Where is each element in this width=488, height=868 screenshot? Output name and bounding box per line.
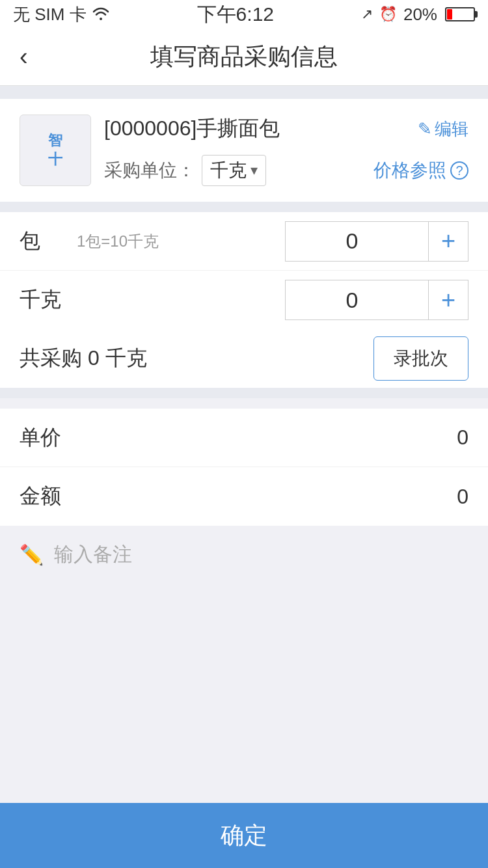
location-icon: ↗ [361, 6, 373, 23]
content-spacer [0, 584, 488, 803]
unit-price-value: 0 [457, 426, 468, 450]
battery-icon [445, 7, 475, 21]
pack-input-control: + [285, 221, 468, 262]
note-section[interactable]: ✏️ 输入备注 [0, 526, 488, 584]
note-placeholder: 输入备注 [54, 541, 132, 568]
page-title: 填写商品采购信息 [150, 41, 338, 73]
unit-dropdown-arrow: ▾ [251, 162, 258, 179]
section-divider-1 [0, 202, 488, 212]
record-batch-button[interactable]: 录批次 [373, 336, 468, 381]
status-left: 无 SIM 卡 [13, 3, 110, 26]
kg-label: 千克 [20, 286, 72, 314]
pack-unit: 1包=10千克 [77, 231, 285, 252]
input-section: 包 1包=10千克 + 千克 + [0, 212, 488, 329]
status-right: ↗ ⏰ 20% [361, 5, 475, 25]
logo-line1: 智 [48, 131, 62, 150]
edit-button[interactable]: ✎ 编辑 [418, 118, 468, 141]
amount-value: 0 [457, 485, 468, 509]
status-time: 下午6:12 [197, 1, 274, 28]
alarm-icon: ⏰ [379, 6, 397, 23]
back-button[interactable]: ‹ [20, 43, 28, 71]
pencil-icon: ✏️ [20, 543, 44, 566]
product-unit-row: 采购单位： 千克 ▾ 价格参照 ? [104, 155, 468, 186]
product-name-row: [0000006]手撕面包 ✎ 编辑 [104, 115, 468, 143]
kg-number-input[interactable] [285, 280, 428, 320]
product-card: 智 十 [0000006]手撕面包 ✎ 编辑 采购单位： 千克 ▾ [0, 99, 488, 202]
pack-number-input[interactable] [285, 221, 428, 262]
product-info: [0000006]手撕面包 ✎ 编辑 采购单位： 千克 ▾ 价格参照 ? [104, 115, 468, 186]
product-image: 智 十 [20, 115, 91, 186]
kg-plus-button[interactable]: + [428, 280, 468, 320]
top-divider [0, 86, 488, 99]
kg-input-row: 千克 + [0, 271, 488, 329]
unit-price-label: 单价 [20, 424, 61, 452]
battery-percent: 20% [403, 5, 437, 25]
edit-label: 编辑 [435, 118, 468, 141]
wifi-icon [92, 5, 110, 25]
price-ref-button[interactable]: 价格参照 ? [373, 158, 468, 183]
total-row: 共采购 0 千克 录批次 [0, 329, 488, 388]
unit-price-row: 单价 0 [0, 409, 488, 467]
pack-input-row: 包 1包=10千克 + [0, 212, 488, 271]
price-ref-label: 价格参照 [373, 158, 446, 183]
unit-label: 采购单位： [104, 158, 195, 183]
price-section: 单价 0 金额 0 [0, 409, 488, 526]
total-text: 共采购 0 千克 [20, 344, 147, 373]
price-ref-info-icon: ? [450, 161, 468, 180]
unit-select[interactable]: 千克 ▾ [202, 155, 266, 186]
kg-input-control: + [285, 280, 468, 320]
nav-bar: ‹ 填写商品采购信息 [0, 29, 488, 86]
no-sim-text: 无 SIM 卡 [13, 3, 87, 26]
pack-label: 包 [20, 227, 72, 256]
unit-value: 千克 [210, 158, 247, 183]
section-divider-2 [0, 388, 488, 398]
amount-row: 金额 0 [0, 467, 488, 526]
status-bar: 无 SIM 卡 下午6:12 ↗ ⏰ 20% [0, 0, 488, 29]
edit-icon: ✎ [418, 119, 432, 139]
confirm-button[interactable]: 确定 [0, 803, 488, 868]
pack-plus-button[interactable]: + [428, 221, 468, 262]
amount-label: 金额 [20, 482, 61, 511]
logo-line2: 十 [48, 150, 62, 169]
product-name: [0000006]手撕面包 [104, 115, 280, 143]
